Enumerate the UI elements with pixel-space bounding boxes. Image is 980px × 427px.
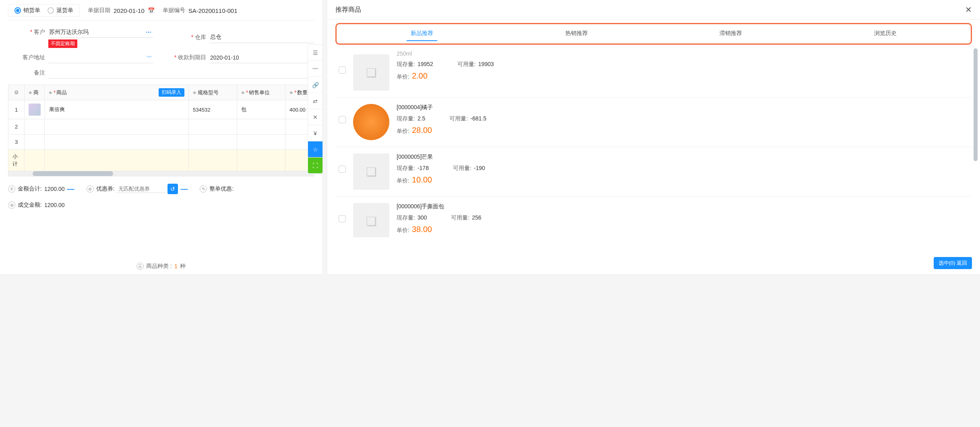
kinds-unit: 种 xyxy=(180,263,186,270)
radio-sale-label: 销货单 xyxy=(23,7,40,14)
th-gear[interactable]: ⚙ xyxy=(8,85,25,100)
tab-history[interactable]: 浏览历史 xyxy=(870,27,901,41)
remark-label: 备注 xyxy=(8,69,48,77)
th-product[interactable]: ◆*商品扫码录入 xyxy=(45,85,189,100)
due-label: 收款到期日 xyxy=(169,54,209,61)
deal-value: 1200.00 xyxy=(44,202,65,208)
product-thumb-icon xyxy=(29,104,41,116)
product-name: [0000005]芒果 xyxy=(397,153,969,161)
amount-value: 1200.00 xyxy=(44,186,65,192)
gear-icon: ⚙ xyxy=(14,89,19,95)
doc-code-value: SA-20200110-001 xyxy=(188,7,238,14)
radio-sale[interactable]: 销货单 xyxy=(14,7,40,14)
th-product-label: 商品 xyxy=(56,89,67,96)
row-spec[interactable] xyxy=(189,119,237,134)
deal-icon: ⊗ xyxy=(8,201,15,209)
calendar-icon[interactable]: 📅 xyxy=(148,7,155,14)
product-checkbox[interactable] xyxy=(339,66,346,74)
price-row: 单价:28.00 xyxy=(397,126,969,135)
radio-return[interactable]: 退货单 xyxy=(48,7,73,14)
warehouse-input[interactable]: 总仓 xyxy=(209,32,314,43)
vertical-scrollbar[interactable] xyxy=(974,48,978,161)
currency-icon[interactable]: ¥ xyxy=(308,125,323,141)
kinds-value: 1 xyxy=(174,263,178,269)
chart-icon[interactable]: 〰 xyxy=(308,61,323,77)
amount-total: ¥ 金额合计: 1200.00 — xyxy=(8,185,74,193)
more-icon[interactable]: ⋯ xyxy=(146,29,152,35)
refresh-button[interactable]: ↺ xyxy=(167,184,178,194)
recommend-panel: 推荐商品 ✕ 新品推荐 热销推荐 滞销推荐 浏览历史 ❏250ml现存量:199… xyxy=(327,0,980,274)
coupon-input[interactable] xyxy=(117,185,165,193)
row-product[interactable] xyxy=(45,135,189,149)
table-row[interactable]: 2 xyxy=(8,119,314,135)
row-product[interactable]: 果倍爽 xyxy=(45,100,189,119)
doc-date-value[interactable]: 2020-01-10 xyxy=(114,7,145,14)
footer-kinds: ☰ 商品种类 : 1 种 xyxy=(136,263,186,270)
exchange-icon[interactable]: ⇄ xyxy=(308,93,323,109)
table-row[interactable]: 3 xyxy=(8,135,314,150)
th-thumb[interactable]: ◆商 xyxy=(25,85,45,100)
sales-order-panel: 销货单 退货单 单据日期 2020-01-10 📅 单据编号 SA-202001… xyxy=(0,0,322,274)
row-unit[interactable]: 包 xyxy=(237,100,285,119)
doc-date-meta: 单据日期 2020-01-10 📅 xyxy=(88,7,155,14)
star-icon[interactable]: ☆ xyxy=(308,141,323,158)
row-unit[interactable] xyxy=(237,135,285,149)
product-name: 250ml xyxy=(397,50,969,57)
tab-new[interactable]: 新品推荐 xyxy=(407,27,437,41)
product-stats: 现存量:300可用量:256 xyxy=(397,214,969,222)
expand-icon[interactable]: ⛶ xyxy=(308,158,323,174)
whole-discount-label: 整单优惠: xyxy=(209,185,234,193)
row-unit[interactable] xyxy=(237,119,285,134)
product-info: [0000004]橘子现存量:2.5可用量:-681.5单价:28.00 xyxy=(397,104,969,135)
scan-button[interactable]: 扫码录入 xyxy=(159,88,184,97)
close-icon[interactable]: ✕ xyxy=(965,5,972,15)
th-spec[interactable]: ◆规格型号 xyxy=(189,85,237,100)
product-list[interactable]: ❏250ml现存量:19952可用量:19903单价:2.00[0000004]… xyxy=(327,48,980,237)
th-unit[interactable]: ◆*销售单位 xyxy=(237,85,285,100)
dash-icon: — xyxy=(180,185,188,193)
row-product[interactable] xyxy=(45,119,189,134)
avail-stat: 可用量:-681.5 xyxy=(449,115,486,122)
th-qty-label: 数量 xyxy=(297,89,308,96)
scrollbar-thumb[interactable] xyxy=(33,171,113,176)
row-thumb xyxy=(25,135,45,149)
product-card[interactable]: ❏[0000005]芒果现存量:-178可用量:-190单价:10.00 xyxy=(335,147,972,197)
select-return-button[interactable]: 选中(0) 返回 xyxy=(934,257,972,269)
row-spec[interactable]: 534532 xyxy=(189,100,237,119)
side-iconbar: ☰ 〰 🔗 ⇄ ✕ ¥ ☆ ⛶ xyxy=(308,44,323,174)
chevron-down-icon[interactable]: ﹀ xyxy=(147,54,152,61)
tab-slow[interactable]: 滞销推荐 xyxy=(715,27,746,41)
remark-input[interactable] xyxy=(48,67,314,79)
product-info: [0000005]芒果现存量:-178可用量:-190单价:10.00 xyxy=(397,153,969,184)
tab-hot[interactable]: 热销推荐 xyxy=(561,27,592,41)
table-header: ⚙ ◆商 ◆*商品扫码录入 ◆规格型号 ◆*销售单位 ◆*数量 xyxy=(8,85,314,100)
product-card[interactable]: ❏250ml现存量:19952可用量:19903单价:2.00 xyxy=(335,48,972,97)
form-grid: 客户 苏州万达沃尔玛 ⋯ 不固定账期 仓库 总仓 客户地址 ﹀ xyxy=(8,27,314,79)
kinds-icon: ☰ xyxy=(136,263,144,270)
address-input[interactable]: ﹀ xyxy=(48,52,153,63)
stock-stat: 现存量:19952 xyxy=(397,61,433,68)
product-checkbox[interactable] xyxy=(339,166,346,173)
customer-input[interactable]: 苏州万达沃尔玛 ⋯ xyxy=(48,27,153,38)
list-icon[interactable]: ☰ xyxy=(308,45,323,61)
horizontal-scrollbar[interactable] xyxy=(8,171,314,176)
product-card[interactable]: [0000004]橘子现存量:2.5可用量:-681.5单价:28.00 xyxy=(335,97,972,147)
yen-icon: ¥ xyxy=(8,185,15,193)
deal-label: 成交金额: xyxy=(18,201,42,209)
customer-value: 苏州万达沃尔玛 xyxy=(49,29,89,36)
product-checkbox[interactable] xyxy=(339,215,346,222)
product-checkbox[interactable] xyxy=(339,116,346,123)
doc-code-meta: 单据编号 SA-20200110-001 xyxy=(163,7,238,14)
address-row: 客户地址 ﹀ xyxy=(8,52,153,63)
stock-stat: 现存量:-178 xyxy=(397,165,429,172)
avail-stat: 可用量:-190 xyxy=(453,165,485,172)
row-spec[interactable] xyxy=(189,135,237,149)
product-card[interactable]: ❏[0000006]手撕面包现存量:300可用量:256单价:38.00 xyxy=(335,197,972,237)
avail-stat: 可用量:19903 xyxy=(457,61,494,68)
check-icon[interactable]: ✕ xyxy=(308,109,323,125)
link-icon[interactable]: 🔗 xyxy=(308,77,323,93)
product-stats: 现存量:19952可用量:19903 xyxy=(397,61,969,68)
table-row[interactable]: 1果倍爽534532包400.00 xyxy=(8,100,314,119)
due-input[interactable]: 2020-01-10 xyxy=(209,52,314,63)
address-label: 客户地址 xyxy=(8,54,48,61)
